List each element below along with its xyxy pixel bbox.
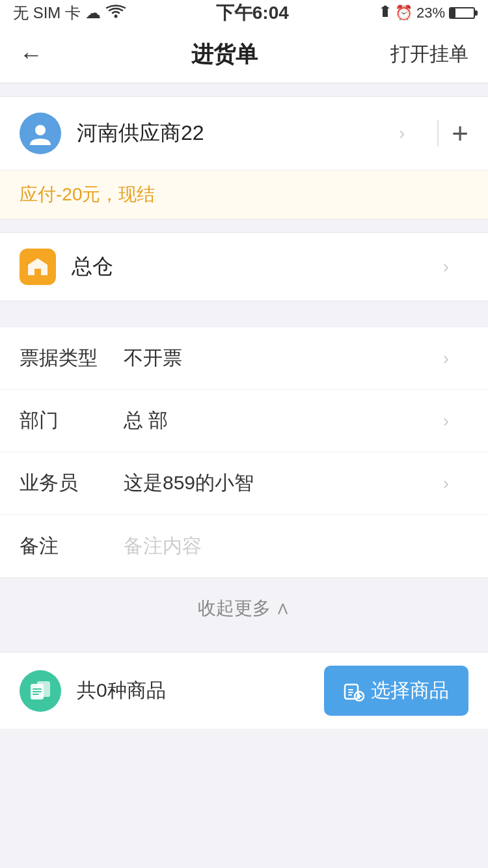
status-time: 下午6:04 [216,1,289,25]
notice-bar: 应付-20元，现结 [0,170,488,219]
product-bar: 共0种商品 选择商品 [0,652,488,729]
department-chevron-icon: › [443,411,449,431]
salesperson-row[interactable]: 业务员 这是859的小智 › [0,452,488,515]
remark-placeholder: 备注内容 [98,533,468,560]
supplier-divider [437,120,439,146]
svg-point-1 [35,125,46,135]
status-left: 无 SIM 卡 ☁ [13,3,126,23]
product-count: 共0种商品 [77,677,324,704]
select-product-icon [344,681,364,701]
salesperson-chevron-icon: › [443,473,449,494]
status-bar: 无 SIM 卡 ☁ 下午6:04 ⏰ 23% [0,0,488,26]
select-product-button[interactable]: 选择商品 [324,666,468,716]
warehouse-row[interactable]: 总仓 › [0,232,488,301]
invoice-type-row[interactable]: 票据类型 不开票 › [0,327,488,390]
warehouse-chevron-icon: › [443,256,449,277]
supplier-chevron-icon: › [399,123,405,144]
supplier-row[interactable]: 河南供应商22 › + [0,97,488,170]
supplier-name: 河南供应商22 [77,119,399,148]
no-sim-label: 无 SIM 卡 ☁ [13,3,101,23]
svg-rect-2 [34,269,41,275]
supplier-avatar [20,113,61,154]
bottom-bg [0,729,488,868]
add-supplier-button[interactable]: + [452,119,468,148]
section-gap-2 [0,219,488,232]
page-title: 进货单 [191,40,258,70]
alarm-icon: ⏰ [395,5,413,21]
salesperson-value: 这是859的小智 [98,470,443,496]
remark-label: 备注 [20,533,98,560]
svg-point-0 [114,15,117,18]
collapse-bar[interactable]: 收起更多 ∧ [0,577,488,639]
location-icon [379,5,391,21]
select-product-label: 选择商品 [371,677,449,704]
invoice-chevron-icon: › [443,348,449,369]
remark-row[interactable]: 备注 备注内容 [0,515,488,577]
status-right: ⏰ 23% [379,5,475,21]
section-gap-1 [0,83,488,96]
department-value: 总 部 [98,407,443,434]
warehouse-name: 总仓 [72,252,443,281]
supplier-section: 河南供应商22 › + 应付-20元，现结 [0,96,488,219]
back-button[interactable]: ← [20,41,59,68]
product-icon [20,670,61,712]
section-gap-3 [0,301,488,314]
department-row[interactable]: 部门 总 部 › [0,390,488,452]
invoice-value: 不开票 [98,345,443,372]
department-label: 部门 [20,407,98,434]
nav-bar: ← 进货单 打开挂单 [0,26,488,83]
form-section: 票据类型 不开票 › 部门 总 部 › 业务员 这是859的小智 › 备注 备注… [0,327,488,577]
battery-percent: 23% [416,5,445,21]
warehouse-icon [20,249,56,285]
battery-icon [449,7,475,19]
salesperson-label: 业务员 [20,470,98,496]
wifi-icon [106,4,126,22]
open-pending-button[interactable]: 打开挂单 [390,41,468,68]
invoice-label: 票据类型 [20,345,98,372]
